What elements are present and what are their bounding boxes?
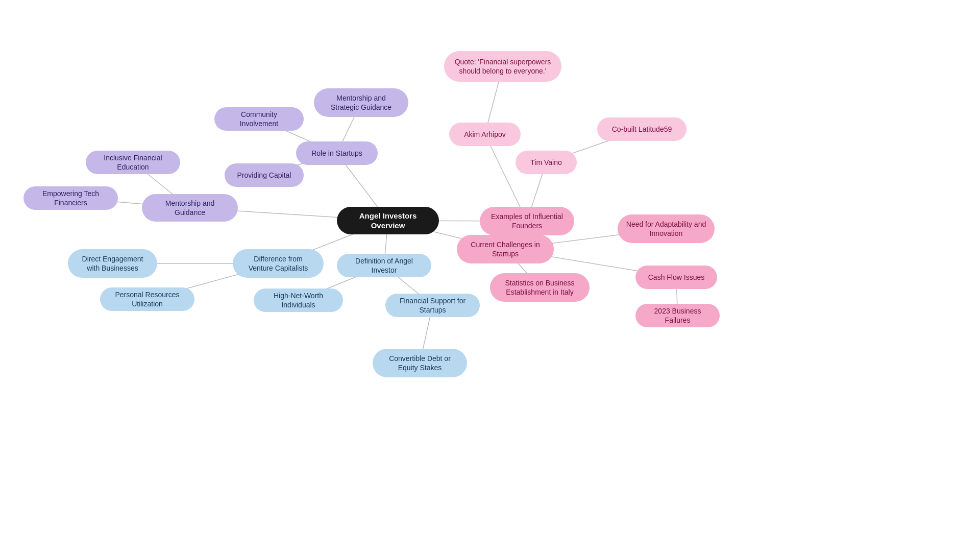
definition-angel-node[interactable]: Definition of Angel Investor <box>337 254 431 277</box>
current-challenges-node[interactable]: Current Challenges in Startups <box>457 235 554 263</box>
direct-engagement-node[interactable]: Direct Engagement with Businesses <box>68 249 157 278</box>
providing-capital-node[interactable]: Providing Capital <box>225 163 304 187</box>
mentorship-strategic-node[interactable]: Mentorship and Strategic Guidance <box>314 88 408 117</box>
business-failures-node[interactable]: 2023 Business Failures <box>635 304 720 327</box>
examples-founders-node[interactable]: Examples of Influential Founders <box>480 207 574 235</box>
mind-map: Angel Investors OverviewMentorship and G… <box>0 0 980 553</box>
need-adaptability-node[interactable]: Need for Adaptability and Innovation <box>618 214 715 243</box>
convertible-debt-node[interactable]: Convertible Debt or Equity Stakes <box>373 349 467 377</box>
center-node[interactable]: Angel Investors Overview <box>337 207 439 234</box>
akim-arhipov-node[interactable]: Akim Arhipov <box>449 123 521 146</box>
tim-vaino-node[interactable]: Tim Vaino <box>516 151 577 174</box>
quote-financial-node[interactable]: Quote: 'Financial superpowers should bel… <box>444 51 561 82</box>
financial-support-node[interactable]: Financial Support for Startups <box>385 294 480 317</box>
inclusive-financial-node[interactable]: Inclusive Financial Education <box>86 151 180 174</box>
personal-resources-node[interactable]: Personal Resources Utilization <box>100 287 194 311</box>
empowering-tech-node[interactable]: Empowering Tech Financiers <box>23 186 118 210</box>
co-built-node[interactable]: Co-built Latitude59 <box>597 117 687 141</box>
statistics-italy-node[interactable]: Statistics on Business Establishment in … <box>490 273 590 302</box>
cash-flow-node[interactable]: Cash Flow Issues <box>635 266 717 289</box>
community-involvement-node[interactable]: Community Involvement <box>214 107 304 131</box>
role-in-startups-node[interactable]: Role in Startups <box>296 141 378 165</box>
high-net-worth-node[interactable]: High-Net-Worth Individuals <box>254 288 343 312</box>
mentorship-guidance-node[interactable]: Mentorship and Guidance <box>142 194 238 222</box>
difference-vc-node[interactable]: Difference from Venture Capitalists <box>233 249 324 278</box>
